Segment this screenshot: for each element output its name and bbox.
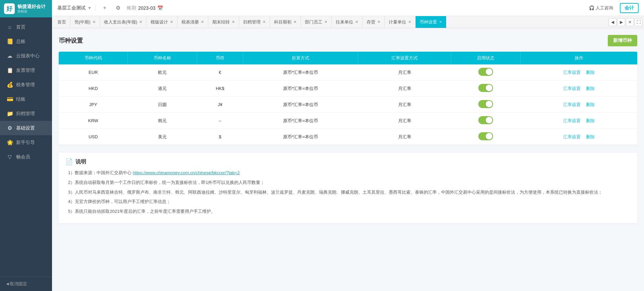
toggle-0[interactable] [478, 68, 493, 76]
tab-close-2[interactable]: ✕ [139, 20, 142, 24]
rate-settings-link-2[interactable]: 汇率设置 [563, 102, 581, 107]
rate-settings-link-0[interactable]: 汇率设置 [563, 70, 581, 75]
delete-link-2[interactable]: 删除 [586, 102, 595, 107]
toggle-2[interactable] [478, 100, 493, 108]
th-币种名称: 币种名称 [128, 52, 197, 64]
tab-next-btn[interactable]: ▶ [617, 18, 625, 26]
delete-link-4[interactable]: 删除 [586, 134, 595, 139]
cell-code-1: HKD [59, 81, 128, 97]
tab-2[interactable]: 收入支出表(年报)✕ [100, 16, 147, 28]
sidebar-label-member: 畅会员 [16, 154, 30, 160]
toggle-knob-1 [486, 85, 492, 91]
cell-name-1: 港元 [128, 81, 197, 97]
delete-link-3[interactable]: 删除 [586, 118, 595, 123]
sidebar-item-settings[interactable]: ⚙ 基础设置 [0, 121, 52, 135]
tab-close-6[interactable]: ✕ [263, 20, 266, 24]
org-selector[interactable]: 基层工会测试 ▼ [57, 5, 92, 11]
sidebar-item-tax[interactable]: 💰 税务管理 [0, 78, 52, 92]
tab-6[interactable]: 归档管理✕ [239, 16, 270, 28]
tab-close-5[interactable]: ✕ [232, 20, 235, 24]
tab-label-10: 存货 [367, 19, 375, 25]
new-currency-button[interactable]: 新增币种 [608, 35, 637, 46]
rate-settings-link-3[interactable]: 汇率设置 [563, 118, 581, 123]
tab-close-3[interactable]: ✕ [170, 20, 173, 24]
calendar-icon[interactable]: 📅 [157, 5, 163, 11]
tab-0[interactable]: 首页 [53, 16, 70, 28]
cell-rate-1: 月汇率 [358, 81, 451, 97]
period-value: 2023-03 [138, 5, 155, 11]
tab-close-8[interactable]: ✕ [324, 20, 327, 24]
tab-5[interactable]: 期末结转✕ [208, 16, 239, 28]
sidebar-item-archive[interactable]: 📁 归档管理 [0, 106, 52, 121]
sidebar-item-ledger[interactable]: 📒 总账 [0, 34, 52, 49]
table-row: HKD港元HK$原币*汇率=本位币月汇率 汇率设置 删除 [59, 81, 637, 97]
toggle-1[interactable] [478, 84, 493, 92]
settings-icon: ⚙ [7, 125, 13, 131]
tab-1[interactable]: 凭(中期)✕ [70, 16, 100, 28]
table-body: EUR欧元€原币*汇率=本位币月汇率 汇率设置 删除 HKD港元HK$原币*汇率… [59, 64, 637, 145]
cell-toggle-3 [451, 113, 521, 129]
delete-link-0[interactable]: 删除 [586, 70, 595, 75]
notes-link[interactable]: https://www.chinamoney.com.cn/chinese/bk… [133, 170, 240, 175]
notes-header: 📄 说明 [65, 158, 631, 165]
app-logo-text: 畅捷通好会计 旗舰版 [17, 4, 46, 14]
toggle-4[interactable] [478, 132, 493, 140]
tab-12[interactable]: 币种设置✕ [416, 16, 446, 28]
cell-code-2: JPY [59, 97, 128, 113]
tab-expand-btn[interactable]: ⛶ [635, 18, 643, 26]
tab-close-9[interactable]: ✕ [355, 20, 358, 24]
tab-9[interactable]: 往来单位✕ [332, 16, 363, 28]
tab-4[interactable]: 税表清册✕ [177, 16, 208, 28]
toggle-knob-2 [486, 101, 492, 107]
tab-close-10[interactable]: ✕ [377, 20, 380, 24]
cell-toggle-2 [451, 97, 521, 113]
user-button[interactable]: 会计 [620, 3, 639, 13]
tab-8[interactable]: 部门员工✕ [301, 16, 332, 28]
sidebar-item-invoice[interactable]: 📋 发票管理 [0, 63, 52, 78]
sidebar-item-checkout[interactable]: 💳 结账 [0, 92, 52, 106]
delete-link-1[interactable]: 删除 [586, 86, 595, 91]
cell-toggle-0 [451, 64, 521, 81]
sidebar-item-home[interactable]: ⌂ 首页 [0, 20, 52, 34]
rate-settings-link-1[interactable]: 汇率设置 [563, 86, 581, 91]
cell-rate-2: 月汇率 [358, 97, 451, 113]
tab-11[interactable]: 计量单位✕ [385, 16, 416, 28]
sidebar-item-member[interactable]: ▽ 畅会员 [0, 150, 52, 164]
sidebar-label-tax: 税务管理 [16, 82, 35, 88]
app-name: 畅捷通好会计 [17, 4, 46, 9]
sidebar-item-guide[interactable]: 🌟 新手引导 [0, 135, 52, 150]
sidebar-footer[interactable]: ◄取消固定 [0, 277, 52, 291]
period-selector: 账期 2023-03 📅 [127, 5, 163, 11]
cell-name-3: 韩元 [128, 113, 197, 129]
notes-section: 📄 说明 1）数据来源：中国外汇交易中心 https://www.chinamo… [59, 153, 637, 223]
sidebar-label-guide: 新手引导 [16, 140, 35, 146]
tab-close-4[interactable]: ✕ [201, 20, 204, 24]
tab-7[interactable]: 科目期初✕ [270, 16, 301, 28]
tab-10[interactable]: 存货✕ [363, 16, 385, 28]
sidebar-label-settings: 基础设置 [16, 125, 35, 131]
cell-code-3: KRW [59, 113, 128, 129]
tab-close-12[interactable]: ✕ [439, 20, 442, 24]
sidebar-label-invoice: 发票管理 [16, 67, 35, 74]
add-button[interactable]: ＋ [100, 3, 109, 13]
main-area: 基层工会测试 ▼ ＋ ⚙ 账期 2023-03 📅 🎧 人工咨询 会计 首页凭(… [52, 0, 644, 291]
tab-close-7[interactable]: ✕ [293, 20, 297, 24]
tax-icon: 💰 [7, 82, 13, 88]
tab-close-1[interactable]: ✕ [93, 20, 96, 24]
tab-close-btn[interactable]: ✕ [626, 18, 634, 26]
note-item-3: 4）无官方牌价的币种，可以用户手工维护汇率信息； [68, 198, 631, 205]
rate-settings-link-4[interactable]: 汇率设置 [563, 134, 581, 139]
sidebar-item-reports[interactable]: ☁ 云报表中心 [0, 49, 52, 63]
help-button[interactable]: 🎧 人工咨询 [586, 4, 616, 12]
tab-3[interactable]: 模版设计✕ [147, 16, 177, 28]
cell-name-4: 美元 [128, 129, 197, 145]
tabs-bar: 首页凭(中期)✕收入支出表(年报)✕模版设计✕税表清册✕期末结转✕归档管理✕科目… [52, 16, 644, 28]
cell-calc-1: 原币*汇率=本位币 [243, 81, 358, 97]
tab-prev-btn[interactable]: ◀ [608, 18, 616, 26]
note-item-1: 2）系统自动获取每月第一个工作日的汇率标价，统一为直接标价法，即1外币可以兑换的… [68, 179, 631, 186]
tab-close-11[interactable]: ✕ [408, 20, 411, 24]
table-head: 币种代码币种名称币符折算方式汇率设置方式启用状态操作 [59, 52, 637, 64]
sidebar-label-checkout: 结账 [16, 96, 25, 102]
settings-button[interactable]: ⚙ [113, 3, 123, 13]
toggle-3[interactable] [478, 116, 493, 124]
